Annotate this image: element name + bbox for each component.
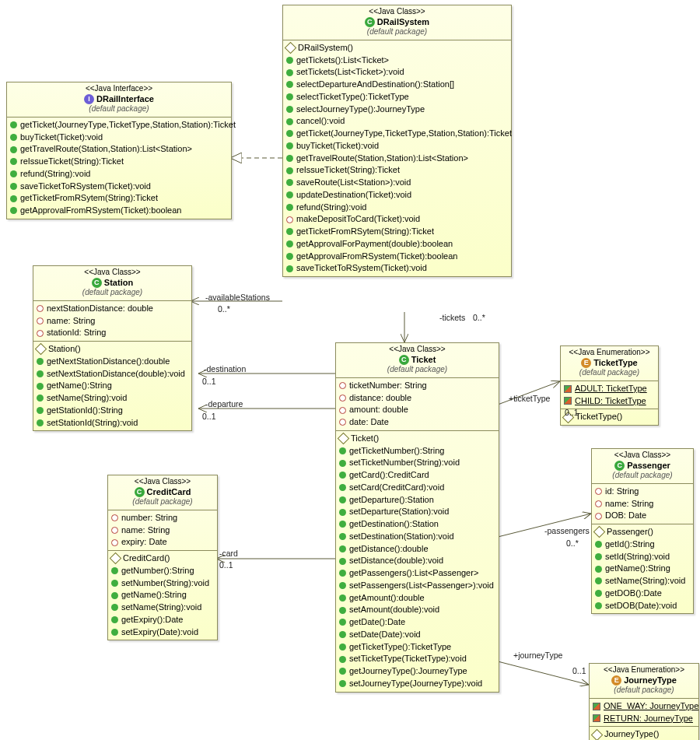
class-name: DRailInterface [96, 94, 154, 105]
operation: setTicketType(TicketType):void [339, 653, 495, 665]
class-creditcard: <<Java Class>> C CreditCard (default pac… [107, 475, 218, 640]
operation: getTravelRoute(Station,Station):List<Sta… [10, 143, 228, 156]
operation: updateDestination(Ticket):void [286, 189, 508, 202]
operation: getDistance():double [339, 543, 495, 556]
operation: getPassengers():List<Passenger> [339, 567, 495, 580]
enum-icon: E [581, 358, 591, 368]
operation: setExpiry(Date):void [111, 626, 214, 639]
operation: getNumber():String [111, 565, 214, 577]
operation: setDate(Date):void [339, 629, 495, 641]
operation: getTicket(JourneyType,TicketType,Station… [10, 119, 228, 132]
attribute: stationId: String [37, 327, 188, 339]
operation: buyTicket(Ticket):void [286, 140, 508, 153]
operation: setAmount(double):void [339, 604, 495, 616]
class-name: DRailSystem [377, 17, 429, 28]
operation: makeDepositToCard(Ticket):void [286, 213, 508, 226]
attribute: DOB: Date [595, 510, 690, 522]
assoc-tickets: -tickets [439, 313, 465, 322]
package: (default package) [12, 104, 226, 114]
operation: setJourneyType(JourneyType):void [339, 678, 495, 690]
operation: refund(String):void [10, 168, 228, 181]
operation: getJourneyType():JourneyType [339, 665, 495, 678]
operation: JourneyType() [593, 728, 695, 740]
operation: Passenger() [595, 526, 690, 538]
attribute: nextStationDistance: double [37, 303, 188, 315]
enum-literal: CHILD: TicketType [564, 395, 655, 408]
operation: reIssueTicket(String):Ticket [286, 164, 508, 177]
class-station: <<Java Class>> C Station (default packag… [33, 265, 192, 431]
operation: setDOB(Date):void [595, 600, 690, 612]
operation: getName():String [111, 589, 214, 601]
attribute: expiry: Date [111, 536, 214, 549]
operation: selectDepartureAndDestination():Station[… [286, 79, 508, 91]
class-icon: C [92, 278, 102, 288]
operation: setName(String):void [37, 392, 188, 405]
package: (default package) [288, 27, 506, 37]
assoc-passengers: -passengers [544, 526, 590, 535]
operation: DRailSystem() [286, 42, 508, 54]
operation: getAmount():double [339, 592, 495, 605]
operation: selectJourneyType():JourneyType [286, 103, 508, 116]
operation: getTravelRoute(Station,Station):List<Sta… [286, 153, 508, 165]
operation: Ticket() [339, 433, 495, 445]
operation: getApprovalFromRSystem(Ticket):boolean [10, 205, 228, 217]
operation: setDeparture(Station):void [339, 506, 495, 518]
operation: setName(String):void [111, 601, 214, 614]
class-icon: C [365, 17, 375, 27]
operation: Station() [37, 343, 188, 356]
assoc-destination: -destination [204, 364, 246, 374]
operation: getDestination():Station [339, 518, 495, 531]
operation: setId(String):void [595, 551, 690, 563]
assoc-ticketType: +ticketType [509, 394, 550, 403]
class-ticket: <<Java Class>> C Ticket (default package… [335, 342, 499, 693]
operation: getTicket(JourneyType,TicketType,Station… [286, 128, 508, 140]
mult-destination: 0..1 [202, 377, 216, 386]
assoc-departure: -departure [205, 399, 243, 409]
attribute: name: String [595, 498, 690, 510]
operation: cancel():void [286, 115, 508, 128]
operation: selectTicketType():TicketType [286, 91, 508, 103]
assoc-journeyType: +journeyType [513, 651, 562, 660]
attribute: amount: double [339, 404, 495, 416]
operation: reIssueTicket(String):Ticket [10, 156, 228, 168]
operation: getDOB():Date [595, 587, 690, 600]
operation: setDestination(Station):void [339, 531, 495, 543]
class-drailsystem: <<Java Class>> C DRailSystem (default pa… [282, 5, 512, 277]
attribute: ticketNumber: String [339, 380, 495, 392]
assoc-availableStations: -availableStations [205, 293, 270, 302]
attribute: name: String [37, 315, 188, 328]
class-journeytype: <<Java Enumeration>> E JourneyType (defa… [589, 663, 699, 740]
interface-icon: I [84, 94, 94, 104]
operation: saveTicketToRSystem(Ticket):void [286, 262, 508, 275]
mult-tickets: 0..* [473, 313, 485, 322]
attribute: date: Date [339, 416, 495, 429]
operation: setPassengers(List<Passenger>):void [339, 580, 495, 592]
operation: getStationId():String [37, 405, 188, 417]
mult-ticketType: 0..1 [565, 408, 579, 417]
enum-icon: E [611, 675, 621, 686]
operation: getTickets():List<Ticket> [286, 54, 508, 67]
mult-journeyType: 0..1 [572, 666, 586, 675]
operation: setName(String):void [595, 575, 690, 587]
enum-literal: ONE_WAY: JourneyType [593, 700, 695, 713]
mult-availableStations: 0..* [218, 304, 230, 314]
operation: getCard():CreditCard [339, 469, 495, 482]
operation: getTicketNumber():String [339, 445, 495, 458]
enum-literal: RETURN: JourneyType [593, 713, 695, 725]
operation: setTicketNumber(String):void [339, 457, 495, 469]
operation: getName():String [595, 563, 690, 575]
attribute: id: String [595, 486, 690, 498]
operation: getDate():Date [339, 616, 495, 629]
operation: refund(String):void [286, 202, 508, 214]
operation: getTicketFromRSytem(String):Ticket [286, 226, 508, 238]
operation: setCard(CreditCard):void [339, 482, 495, 494]
class-icon: C [135, 487, 145, 497]
operation: setNextStationDistance(double):void [37, 368, 188, 381]
class-passenger: <<Java Class>> C Passenger (default pack… [591, 448, 694, 614]
assoc-card: -card [219, 549, 238, 558]
attribute: name: String [111, 524, 214, 537]
operation: saveTicketToRSystem(Ticket):void [10, 181, 228, 193]
mult-departure: 0..1 [202, 412, 216, 421]
operation: saveRoute(List<Station>):void [286, 177, 508, 189]
mult-passengers: 0..* [566, 538, 579, 548]
